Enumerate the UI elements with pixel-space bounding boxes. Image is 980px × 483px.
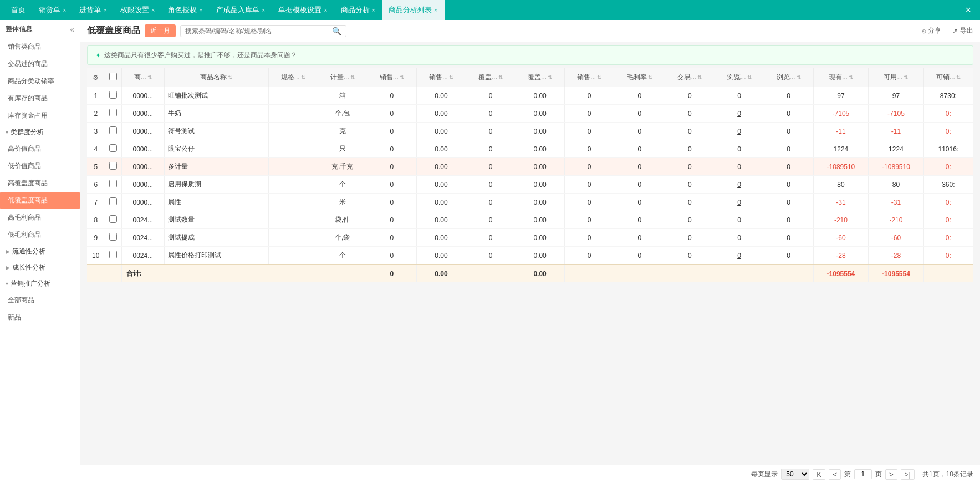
row-select-checkbox[interactable]: [109, 162, 117, 170]
next-page-button[interactable]: >: [885, 469, 897, 480]
search-input[interactable]: [185, 27, 332, 35]
col-available[interactable]: 可用...⇅: [869, 68, 924, 87]
col-checkbox[interactable]: [105, 68, 121, 87]
nav-permissions[interactable]: 权限设置 ×: [114, 0, 161, 20]
table-container[interactable]: ⚙ 商...⇅ 商品名称⇅ 规格...⇅ 计量...⇅ 销售...⇅ 销售...…: [80, 68, 980, 465]
row-browse1[interactable]: 0: [714, 194, 764, 211]
nav-close-sales[interactable]: ×: [63, 7, 66, 13]
sidebar-section-coverage[interactable]: ▾ 类群度分析: [0, 124, 80, 140]
sidebar-item-sales-goods[interactable]: 销售类商品: [0, 38, 80, 55]
col-spec[interactable]: 规格...⇅: [268, 68, 318, 87]
sidebar-section-marketing[interactable]: ▾ 营销推广分析: [0, 276, 80, 292]
row-select-checkbox[interactable]: [109, 126, 117, 134]
row-select-checkbox[interactable]: [109, 233, 117, 241]
share-button[interactable]: ⎋ 分享: [922, 26, 941, 35]
prev-page-button[interactable]: <: [829, 469, 841, 480]
row-select-checkbox[interactable]: [109, 251, 117, 258]
sidebar-item-traded-goods[interactable]: 交易过的商品: [0, 55, 80, 73]
sidebar-item-low-value[interactable]: 低价值商品: [0, 157, 80, 175]
nav-close-roles[interactable]: ×: [199, 7, 202, 13]
row-browse1[interactable]: 0: [714, 247, 764, 265]
nav-sales[interactable]: 销货单 ×: [32, 0, 73, 20]
sidebar-collapse-btn[interactable]: «: [70, 25, 74, 34]
col-browse1[interactable]: 浏览...⇅: [714, 68, 764, 87]
row-browse1[interactable]: 0: [714, 158, 764, 176]
time-filter-button[interactable]: 近一月: [145, 24, 176, 37]
row-select-checkbox[interactable]: [109, 197, 117, 205]
row-checkbox[interactable]: [105, 229, 121, 247]
row-browse1[interactable]: 0: [714, 176, 764, 194]
sidebar-item-all-goods[interactable]: 全部商品: [0, 292, 80, 309]
row-checkbox[interactable]: [105, 247, 121, 265]
col-unit[interactable]: 计量...⇅: [318, 68, 367, 87]
col-current[interactable]: 现有...⇅: [813, 68, 869, 87]
first-page-button[interactable]: K: [813, 469, 825, 480]
row-select-checkbox[interactable]: [109, 180, 117, 187]
row-current: -60: [813, 229, 869, 247]
row-browse1[interactable]: 0: [714, 229, 764, 247]
close-all-tabs[interactable]: ×: [961, 4, 976, 16]
row-select-checkbox[interactable]: [109, 91, 117, 99]
col-cover1[interactable]: 覆盖...⇅: [466, 68, 515, 87]
sidebar-item-high-margin[interactable]: 高毛利商品: [0, 209, 80, 226]
nav-analysis-list[interactable]: 商品分析列表 ×: [382, 0, 444, 20]
sidebar-item-stocked-goods[interactable]: 有库存的商品: [0, 90, 80, 107]
nav-close-purchase[interactable]: ×: [103, 7, 106, 13]
row-checkbox[interactable]: [105, 105, 121, 123]
row-checkbox[interactable]: [105, 211, 121, 229]
settings-icon[interactable]: ⚙: [93, 74, 99, 82]
col-sales3[interactable]: 销售...⇅: [565, 68, 614, 87]
col-settings[interactable]: ⚙: [87, 68, 105, 87]
col-sales-qty[interactable]: 销售...⇅: [367, 68, 416, 87]
export-button[interactable]: ↗ 导出: [952, 26, 973, 35]
col-code[interactable]: 商...⇅: [121, 68, 165, 87]
nav-roles[interactable]: 角色授权 ×: [161, 0, 209, 20]
sidebar-item-low-margin[interactable]: 低毛利商品: [0, 226, 80, 243]
last-page-button[interactable]: >|: [901, 469, 915, 480]
row-browse1[interactable]: 0: [714, 87, 764, 105]
nav-home[interactable]: 首页: [4, 0, 32, 20]
col-margin[interactable]: 毛利率⇅: [614, 68, 665, 87]
summary-row: 合计: 0 0.00 0.00 -1095554 -1095554: [87, 265, 973, 283]
nav-close-analysis[interactable]: ×: [372, 7, 375, 13]
row-checkbox[interactable]: [105, 158, 121, 176]
sidebar-item-low-coverage[interactable]: 低覆盖度商品: [0, 192, 80, 209]
row-select-checkbox[interactable]: [109, 215, 117, 223]
col-trade[interactable]: 交易...⇅: [665, 68, 714, 87]
row-select-checkbox[interactable]: [109, 109, 117, 116]
sidebar-item-high-value[interactable]: 高价值商品: [0, 140, 80, 157]
sidebar-item-inventory-funds[interactable]: 库存资金占用: [0, 107, 80, 124]
row-checkbox[interactable]: [105, 123, 121, 140]
nav-templates[interactable]: 单据模板设置 ×: [272, 0, 334, 20]
col-browse2[interactable]: 浏览...⇅: [764, 68, 813, 87]
nav-purchase[interactable]: 进货单 ×: [73, 0, 113, 20]
select-all-checkbox[interactable]: [109, 73, 117, 80]
row-browse1[interactable]: 0: [714, 105, 764, 123]
col-saleable[interactable]: 可销...⇅: [923, 68, 973, 87]
sidebar-item-high-coverage[interactable]: 高覆盖度商品: [0, 175, 80, 192]
row-checkbox[interactable]: [105, 176, 121, 194]
sidebar-section-flow[interactable]: ▶ 流通性分析: [0, 243, 80, 260]
nav-close-templates[interactable]: ×: [324, 7, 327, 13]
nav-close-products[interactable]: ×: [262, 7, 265, 13]
row-browse1[interactable]: 0: [714, 211, 764, 229]
nav-products[interactable]: 产成品入库单 ×: [210, 0, 272, 20]
row-checkbox[interactable]: [105, 87, 121, 105]
sidebar-item-category-rate[interactable]: 商品分类动销率: [0, 73, 80, 90]
per-page-select[interactable]: 50 100 200: [781, 469, 809, 480]
sidebar-header[interactable]: 整体信息 «: [0, 20, 80, 38]
row-checkbox[interactable]: [105, 140, 121, 158]
nav-close-permissions[interactable]: ×: [151, 7, 155, 13]
col-sales-amt[interactable]: 销售...⇅: [416, 68, 466, 87]
sidebar-item-new-goods[interactable]: 新品: [0, 309, 80, 326]
col-name[interactable]: 商品名称⇅: [165, 68, 269, 87]
nav-analysis[interactable]: 商品分析 ×: [334, 0, 382, 20]
nav-close-analysis-list[interactable]: ×: [434, 7, 437, 13]
sidebar-section-growth[interactable]: ▶ 成长性分析: [0, 260, 80, 276]
row-browse1[interactable]: 0: [714, 140, 764, 158]
col-cover2[interactable]: 覆盖...⇅: [515, 68, 565, 87]
row-select-checkbox[interactable]: [109, 144, 117, 152]
row-browse1[interactable]: 0: [714, 123, 764, 140]
row-checkbox[interactable]: [105, 194, 121, 211]
page-number-input[interactable]: [854, 469, 872, 479]
